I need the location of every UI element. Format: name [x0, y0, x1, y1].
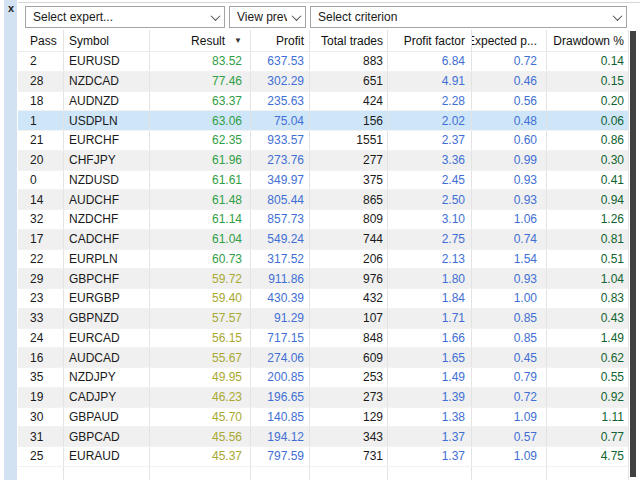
select-criterion-dropdown[interactable]: Select criterion	[310, 6, 627, 28]
close-panel-button[interactable]: x	[4, 1, 18, 16]
table-row[interactable]: 28 NZDCAD 77.46 302.29 651 4.91 0.46 0.1…	[18, 72, 629, 92]
cell-result: 59.72	[150, 269, 251, 288]
cell-total-trades: 129	[310, 408, 388, 427]
cell-expected-payoff: 0.93	[472, 269, 547, 288]
table-row[interactable]: 23 EURGBP 59.40 430.39 432 1.84 1.00 0.8…	[18, 289, 629, 309]
cell-symbol: GBPCAD	[64, 427, 150, 446]
cell-profit-factor: 2.13	[388, 250, 472, 269]
cell-result: 59.40	[150, 289, 251, 308]
cell-expected-payoff: 0.46	[472, 72, 547, 91]
cell-pass: 32	[18, 210, 64, 229]
column-header-result[interactable]: Result ▼	[150, 30, 251, 51]
cell-result: 63.37	[150, 92, 251, 111]
sort-descending-icon: ▼	[234, 37, 242, 45]
cell-drawdown: 0.83	[547, 289, 629, 308]
cell-pass: 25	[18, 447, 64, 466]
cell-profit: 200.85	[251, 368, 310, 387]
table-row[interactable]: 30 GBPAUD 45.70 140.85 129 1.38 1.09 1.1…	[18, 408, 629, 428]
table-row[interactable]: 2 EURUSD 83.52 637.53 883 6.84 0.72 0.14	[18, 52, 629, 72]
table-row[interactable]: 19 CADJPY 46.23 196.65 273 1.39 0.72 0.9…	[18, 388, 629, 408]
column-header-profit-factor[interactable]: Profit factor	[388, 30, 472, 51]
cell-pass: 35	[18, 368, 64, 387]
cell-total-trades: 883	[310, 52, 388, 71]
column-header-drawdown[interactable]: Drawdown %	[547, 30, 629, 51]
cell-result: 45.56	[150, 427, 251, 446]
cell-pass: 19	[18, 388, 64, 407]
cell-drawdown: 0.86	[547, 131, 629, 150]
cell-total-trades: 424	[310, 92, 388, 111]
cell-result: 77.46	[150, 72, 251, 91]
cell-profit-factor: 2.28	[388, 92, 472, 111]
table-row[interactable]: 16 AUDCAD 55.67 274.06 609 1.65 0.45 0.6…	[18, 348, 629, 368]
column-header-total-trades[interactable]: Total trades	[310, 30, 388, 51]
table-row[interactable]: 25 EURAUD 45.37 797.59 731 1.37 1.09 4.7…	[18, 447, 629, 467]
cell-drawdown: 0.14	[547, 52, 629, 71]
table-row[interactable]: 14 AUDCHF 61.48 805.44 865 2.50 0.93 0.9…	[18, 190, 629, 210]
table-row[interactable]: 21 EURCHF 62.35 933.57 1551 2.37 0.60 0.…	[18, 131, 629, 151]
cell-profit: 302.29	[251, 72, 310, 91]
cell-expected-payoff: 0.72	[472, 52, 547, 71]
table-row[interactable]: 0 NZDUSD 61.61 349.97 375 2.45 0.93 0.41	[18, 171, 629, 191]
cell-drawdown: 0.81	[547, 230, 629, 249]
cell-symbol	[64, 467, 150, 480]
cell-symbol: AUDNZD	[64, 92, 150, 111]
table-row[interactable]: 20 CHFJPY 61.96 273.76 277 3.36 0.99 0.3…	[18, 151, 629, 171]
table-row[interactable]: 17 CADCHF 61.04 549.24 744 2.75 0.74 0.8…	[18, 230, 629, 250]
cell-drawdown: 1.49	[547, 329, 629, 348]
cell-total-trades: 609	[310, 348, 388, 367]
column-header-profit[interactable]: Profit	[251, 30, 310, 51]
table-row[interactable]: 29 GBPCHF 59.72 911.86 976 1.80 0.93 1.0…	[18, 269, 629, 289]
cell-symbol: EURPLN	[64, 250, 150, 269]
chevron-down-icon	[287, 7, 305, 27]
column-header-pass[interactable]: Pass	[18, 30, 64, 51]
cell-total-trades: 253	[310, 368, 388, 387]
cell-result: 46.23	[150, 388, 251, 407]
cell-total-trades: 809	[310, 210, 388, 229]
table-row[interactable]: 24 EURCAD 56.15 717.15 848 1.66 0.85 1.4…	[18, 329, 629, 349]
chevron-down-icon	[608, 7, 626, 27]
cell-expected-payoff: 1.09	[472, 447, 547, 466]
cell-profit: 196.65	[251, 388, 310, 407]
cell-profit-factor	[388, 467, 472, 480]
cell-symbol: AUDCAD	[64, 348, 150, 367]
cell-expected-payoff: 0.74	[472, 230, 547, 249]
results-table-body: 2 EURUSD 83.52 637.53 883 6.84 0.72 0.14…	[18, 52, 629, 480]
column-header-symbol[interactable]: Symbol	[64, 30, 150, 51]
cell-symbol: NZDUSD	[64, 171, 150, 190]
select-expert-dropdown[interactable]: Select expert...	[25, 6, 225, 28]
optimization-toolbar: Select expert... View previous c Select …	[18, 2, 640, 30]
table-row[interactable]: 33 GBPNZD 57.57 91.29 107 1.71 0.85 0.43	[18, 309, 629, 329]
cell-profit: 717.15	[251, 329, 310, 348]
table-row[interactable]: 18 AUDNZD 63.37 235.63 424 2.28 0.56 0.2…	[18, 92, 629, 112]
view-mode-dropdown[interactable]: View previous c	[229, 6, 306, 28]
cell-profit-factor: 1.37	[388, 447, 472, 466]
cell-expected-payoff: 0.57	[472, 427, 547, 446]
cell-pass	[18, 467, 64, 480]
cell-expected-payoff: 0.48	[472, 111, 547, 130]
table-row[interactable]: 31 GBPCAD 45.56 194.12 343 1.37 0.57 0.7…	[18, 427, 629, 447]
cell-pass: 23	[18, 289, 64, 308]
cell-total-trades: 731	[310, 447, 388, 466]
cell-drawdown: 1.26	[547, 210, 629, 229]
cell-profit: 140.85	[251, 408, 310, 427]
cell-result: 60.73	[150, 250, 251, 269]
cell-total-trades: 848	[310, 329, 388, 348]
cell-drawdown: 0.43	[547, 309, 629, 328]
cell-drawdown: 0.55	[547, 368, 629, 387]
cell-profit: 317.52	[251, 250, 310, 269]
cell-symbol: NZDCHF	[64, 210, 150, 229]
cell-total-trades: 865	[310, 190, 388, 209]
table-row[interactable]: 22 EURPLN 60.73 317.52 206 2.13 1.54 0.5…	[18, 250, 629, 270]
vertical-scrollbar-thumb[interactable]	[630, 31, 636, 477]
cell-symbol: EURGBP	[64, 289, 150, 308]
cell-pass: 18	[18, 92, 64, 111]
cell-symbol: NZDCAD	[64, 72, 150, 91]
cell-pass: 29	[18, 269, 64, 288]
cell-pass: 30	[18, 408, 64, 427]
table-row[interactable]: 32 NZDCHF 61.14 857.73 809 3.10 1.06 1.2…	[18, 210, 629, 230]
table-row[interactable]: 1 USDPLN 63.06 75.04 156 2.02 0.48 0.06	[18, 111, 629, 131]
column-header-expected-payoff[interactable]: Expected p...	[472, 30, 547, 51]
cell-symbol: NZDJPY	[64, 368, 150, 387]
table-row[interactable]: 35 NZDJPY 49.95 200.85 253 1.49 0.79 0.5…	[18, 368, 629, 388]
cell-profit-factor: 1.49	[388, 368, 472, 387]
